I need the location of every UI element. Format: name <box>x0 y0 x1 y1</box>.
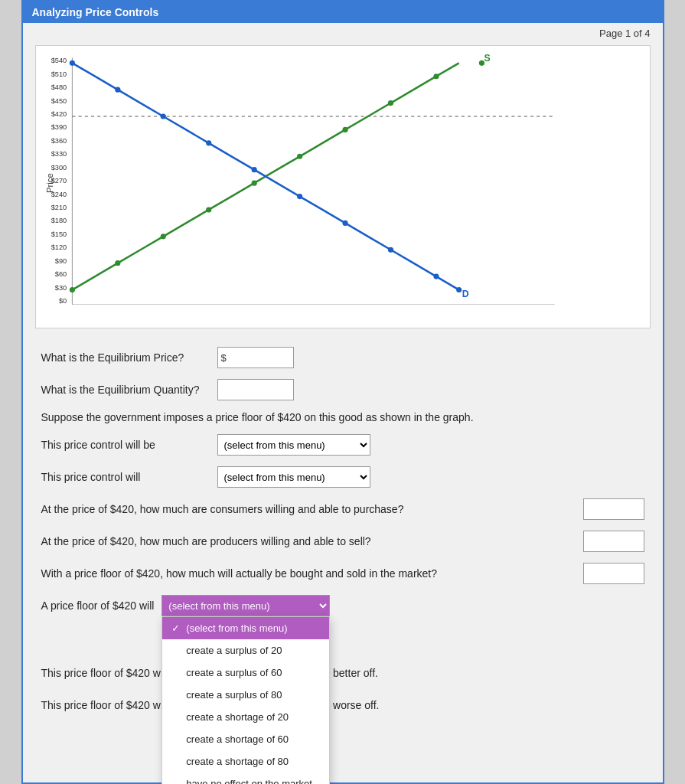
svg-text:$510: $510 <box>51 70 67 78</box>
svg-text:$90: $90 <box>54 257 66 265</box>
content-area: What is the Equilibrium Price? $ What is… <box>23 341 663 739</box>
price-floor-will-row: A price floor of $420 will (select from … <box>41 595 644 616</box>
menu-item-label-2: create a surplus of 60 <box>186 667 282 678</box>
bought-sold-row: With a price floor of $420, how much wil… <box>41 563 644 584</box>
svg-text:$210: $210 <box>51 204 67 211</box>
consumers-willing-label: At the price of $420, how much are consu… <box>41 503 576 515</box>
eq-price-input[interactable] <box>228 352 282 364</box>
menu-item-1[interactable]: ✓ create a surplus of 20 <box>162 639 329 662</box>
svg-text:$300: $300 <box>51 164 67 172</box>
dollar-sign: $ <box>221 352 227 364</box>
eq-qty-label: What is the Equilibrium Quantity? <box>41 384 210 396</box>
svg-point-59 <box>160 113 165 119</box>
svg-text:$180: $180 <box>51 217 67 224</box>
bought-sold-label: With a price floor of $420, how much wil… <box>41 567 576 580</box>
svg-point-49 <box>206 207 211 212</box>
menu-item-4[interactable]: ✓ create a shortage of 20 <box>162 706 329 728</box>
producers-willing-input[interactable] <box>583 531 644 552</box>
svg-text:$390: $390 <box>51 123 67 131</box>
svg-point-60 <box>206 140 211 145</box>
title-bar: Analyzing Price Controls <box>23 2 663 23</box>
svg-text:$540: $540 <box>51 57 67 64</box>
svg-point-50 <box>251 181 256 186</box>
svg-point-57 <box>69 60 74 66</box>
svg-text:$120: $120 <box>51 243 67 251</box>
menu-item-2[interactable]: ✓ create a surplus of 60 <box>162 662 329 684</box>
svg-text:$420: $420 <box>51 110 67 118</box>
bought-sold-input[interactable] <box>583 563 644 584</box>
page-number: Page 1 of 4 <box>23 23 663 39</box>
chart-area: $0 $30 $60 $90 $120 $150 $180 $210 $240 … <box>44 54 642 305</box>
menu-item-5[interactable]: ✓ create a shortage of 60 <box>162 728 329 750</box>
eq-price-label: What is the Equilibrium Price? <box>41 351 210 364</box>
svg-point-48 <box>160 234 165 239</box>
eq-price-input-wrapper: $ <box>217 347 294 368</box>
price-control-will-be-row: This price control will be (select from … <box>41 434 644 456</box>
menu-item-label-4: create a shortage of 20 <box>186 711 289 723</box>
svg-point-47 <box>115 260 120 266</box>
menu-item-label-7: have no effect on the market. <box>186 778 315 784</box>
svg-point-65 <box>433 274 439 279</box>
consumers-willing-row: At the price of $420, how much are consu… <box>41 498 644 520</box>
price-floor-will-dropdown-wrapper: (select from this menu) ✓ (select from t… <box>161 595 330 616</box>
chart-svg: $0 $30 $60 $90 $120 $150 $180 $210 $240 … <box>44 54 642 305</box>
menu-item-0[interactable]: ✓ (select from this menu) <box>162 617 329 639</box>
svg-point-54 <box>433 74 439 79</box>
main-container: Analyzing Price Controls Page 1 of 4 $0 … <box>21 0 664 784</box>
menu-item-6[interactable]: ✓ create a shortage of 80 <box>162 750 329 773</box>
svg-text:$480: $480 <box>51 83 67 91</box>
price-floor-will-label: A price floor of $420 will <box>41 599 155 612</box>
price-control-will-be-label: This price control will be <box>41 439 210 451</box>
svg-text:$360: $360 <box>51 137 67 145</box>
page-title: Analyzing Price Controls <box>32 6 159 18</box>
svg-text:S: S <box>484 54 490 64</box>
svg-point-64 <box>387 247 393 253</box>
svg-text:$450: $450 <box>51 97 67 105</box>
menu-item-7[interactable]: ✓ have no effect on the market. <box>162 773 329 784</box>
menu-item-3[interactable]: ✓ create a surplus of 80 <box>162 684 329 706</box>
svg-point-62 <box>297 194 302 199</box>
svg-text:Price: Price <box>44 173 54 193</box>
svg-point-58 <box>115 87 120 93</box>
better-off-label: This price floor of $420 wi <box>41 667 164 679</box>
price-floor-will-select[interactable]: (select from this menu) <box>161 595 330 616</box>
worse-off-row: This price floor of $420 wi (select from… <box>41 694 644 716</box>
price-control-will-be-select[interactable]: (select from this menu) binding non-bind… <box>217 434 370 456</box>
menu-item-label-6: create a shortage of 80 <box>186 756 289 767</box>
chart-container: $0 $30 $60 $90 $120 $150 $180 $210 $240 … <box>35 45 651 328</box>
svg-point-63 <box>342 220 347 226</box>
price-control-will-select[interactable]: (select from this menu) help consumers h… <box>217 466 370 488</box>
svg-point-52 <box>342 127 347 132</box>
menu-item-label-0: (select from this menu) <box>186 622 287 634</box>
menu-item-label-5: create a shortage of 60 <box>186 733 289 745</box>
price-floor-dropdown-menu: ✓ (select from this menu) ✓ create a sur… <box>161 616 330 784</box>
svg-text:$0: $0 <box>58 297 66 305</box>
worse-off-suffix: worse off. <box>333 699 379 711</box>
worse-off-label: This price floor of $420 wi <box>41 699 164 711</box>
menu-item-label-1: create a surplus of 20 <box>186 645 282 656</box>
consumers-willing-input[interactable] <box>583 498 644 520</box>
svg-text:$330: $330 <box>51 150 67 158</box>
svg-point-51 <box>297 154 302 159</box>
better-off-suffix: better off. <box>333 667 378 679</box>
price-control-will-row: This price control will (select from thi… <box>41 466 644 488</box>
eq-price-row: What is the Equilibrium Price? $ <box>41 347 644 368</box>
svg-text:$60: $60 <box>54 270 66 278</box>
gov-statement: Suppose the government imposes a price f… <box>41 411 644 423</box>
price-control-will-label: This price control will <box>41 471 210 483</box>
svg-text:$30: $30 <box>54 284 66 292</box>
checkmark-0: ✓ <box>171 622 180 634</box>
svg-text:D: D <box>462 289 468 299</box>
svg-text:$150: $150 <box>51 230 67 238</box>
menu-item-label-3: create a surplus of 80 <box>186 689 282 701</box>
eq-qty-row: What is the Equilibrium Quantity? <box>41 379 644 400</box>
producers-willing-label: At the price of $420, how much are produ… <box>41 535 576 547</box>
svg-point-53 <box>387 100 393 106</box>
eq-qty-input[interactable] <box>217 379 294 400</box>
svg-point-66 <box>456 287 462 292</box>
producers-willing-row: At the price of $420, how much are produ… <box>41 531 644 552</box>
svg-point-46 <box>69 287 74 292</box>
better-off-row: This price floor of $420 wi (select from… <box>41 662 644 684</box>
svg-point-61 <box>251 167 256 172</box>
